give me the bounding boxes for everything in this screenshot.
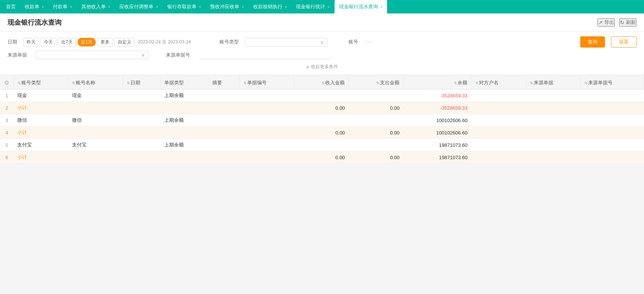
sort-icon[interactable]: ⇅ [72, 81, 75, 85]
table-row: 2 小计 0.00 0.00 -3528659.33 [0, 102, 644, 114]
cell-doc-no [239, 114, 294, 127]
close-icon[interactable]: × [199, 0, 201, 13]
cell-account-name [68, 151, 123, 164]
close-icon[interactable]: × [156, 0, 158, 13]
column-doc-no: ⇅单据编号 [239, 76, 294, 90]
source-doc-select[interactable]: ∨ [36, 51, 149, 59]
filter-row-1: 日期 昨天 今天 近7天 近1月 更多 自定义 2023-02-24 至 202… [8, 36, 636, 48]
settings-button[interactable]: 设置 [611, 36, 636, 48]
nav-receipt[interactable]: 收款单 × [20, 0, 48, 13]
sort-icon[interactable]: ⇅ [584, 81, 587, 85]
cell-account-name: 支付宝 [68, 139, 123, 151]
table-row: 4 小计 0.00 0.00 100102606.60 [0, 127, 644, 139]
page-title: 现金银行流水查询 [8, 18, 62, 27]
sort-icon[interactable]: ⇅ [454, 81, 457, 85]
cell-doc-no [239, 127, 294, 139]
close-icon[interactable]: × [42, 0, 44, 13]
date-more[interactable]: 更多 [97, 38, 113, 46]
sort-icon[interactable]: ⇅ [321, 81, 324, 85]
cell-source-doc-no [581, 139, 644, 151]
filter-row-2: 来源单据 ∨ 来源单据号 [8, 51, 636, 59]
query-button[interactable]: 查询 [580, 36, 605, 48]
cell-balance: 19871073.60 [403, 151, 471, 164]
date-custom[interactable]: 自定义 [114, 38, 135, 46]
close-icon[interactable]: × [108, 0, 110, 13]
cell-account-type: 支付宝 [14, 139, 68, 151]
row-number: 6 [0, 151, 14, 164]
table-row: 5 支付宝 支付宝 上期余额 19871073.60 [0, 139, 644, 151]
date-7days[interactable]: 近7天 [58, 38, 76, 46]
gear-icon[interactable]: ⚙ [4, 79, 9, 86]
nav-bank-deposit[interactable]: 银行存取款单 × [163, 0, 206, 13]
cell-doc-no [239, 102, 294, 114]
column-counterpart: ⇅对方户名 [471, 76, 526, 90]
close-icon[interactable]: × [327, 0, 330, 13]
cell-summary [209, 151, 240, 164]
date-filter-label: 日期 [8, 39, 17, 45]
row-number: 3 [0, 114, 14, 127]
collapse-bar[interactable]: ∧ 收起更多条件 [8, 62, 636, 72]
cell-account-name [68, 127, 123, 139]
nav-prepayment[interactable]: 预收冲应收单 × [206, 0, 248, 13]
close-icon[interactable]: × [380, 0, 383, 13]
collapse-arrow-icon: ∧ [306, 64, 309, 70]
refresh-button[interactable]: ↻ 刷新 [619, 18, 636, 27]
close-icon[interactable]: × [285, 0, 287, 13]
column-account-type: ⇅账号类型 [14, 76, 68, 90]
nav-collection[interactable]: 收款核销执行 × [249, 0, 291, 13]
sort-icon[interactable]: ⇅ [127, 81, 130, 85]
nav-bank-stats[interactable]: 现金银行统计 × [291, 0, 334, 13]
export-button[interactable]: ↗ 导出 [597, 18, 615, 27]
source-doc-no-input[interactable] [199, 51, 330, 59]
cell-source-doc [526, 139, 581, 151]
account-type-select[interactable]: ∨ [245, 38, 327, 46]
nav-payment[interactable]: 付款单 × [48, 0, 77, 13]
date-today[interactable]: 今天 [41, 38, 56, 46]
cell-account-type: 微信 [14, 114, 68, 127]
sort-icon[interactable]: ⇅ [376, 81, 379, 85]
page-header: 现金银行流水查询 ↗ 导出 ↻ 刷新 [0, 13, 644, 32]
sort-icon[interactable]: ⇅ [530, 81, 533, 85]
nav-home[interactable]: 首页 [2, 0, 20, 13]
date-options: 昨天 今天 近7天 近1月 更多 自定义 2023-02-24 至 2023-0… [23, 38, 191, 46]
cell-expense [349, 114, 404, 127]
sort-icon[interactable]: ⇅ [243, 81, 246, 85]
cell-expense: 0.00 [349, 127, 404, 139]
cell-doc-no [239, 90, 294, 102]
date-1month[interactable]: 近1月 [78, 38, 96, 46]
date-yesterday[interactable]: 昨天 [23, 38, 39, 46]
nav-adjustment[interactable]: 应收应付调整单 × [115, 0, 162, 13]
cell-date [123, 114, 160, 127]
cell-source-doc-no [581, 90, 644, 102]
account-type-label: 账号类型 [219, 39, 239, 45]
header-actions: ↗ 导出 ↻ 刷新 [597, 18, 636, 27]
cell-account-name: 微信 [68, 114, 123, 127]
cell-account-type: 小计 [14, 127, 68, 139]
cell-income: 0.00 [294, 151, 349, 164]
column-expense: ⇅支出金额 [349, 76, 404, 90]
close-icon[interactable]: × [70, 0, 72, 13]
nav-other-income[interactable]: 其他收入单 × [77, 0, 115, 13]
cell-doc-type [161, 102, 209, 114]
refresh-icon: ↻ [620, 19, 624, 25]
cell-source-doc [526, 90, 581, 102]
cell-expense: 0.00 [349, 102, 404, 114]
nav-bank-flow[interactable]: 现金银行流水查询 × [335, 0, 387, 13]
cell-source-doc [526, 127, 581, 139]
row-number: 5 [0, 139, 14, 151]
cell-expense [349, 139, 404, 151]
close-icon[interactable]: × [242, 0, 244, 13]
account-ellipsis[interactable]: ··· [366, 39, 373, 45]
cell-account-type: 小计 [14, 102, 68, 114]
cell-balance: -3528659.33 [403, 102, 471, 114]
top-navigation: 首页 收款单 × 付款单 × 其他收入单 × 应收应付调整单 × 银行存取款单 … [0, 0, 644, 13]
column-source-doc-no: ⇅来源单据号 [581, 76, 644, 90]
sort-icon[interactable]: ⇅ [475, 81, 478, 85]
column-balance: ⇅余额 [403, 76, 471, 90]
cell-source-doc-no [581, 114, 644, 127]
column-doc-type: 单据类型 [161, 76, 209, 90]
cell-date [123, 139, 160, 151]
sort-icon[interactable]: ⇅ [18, 81, 21, 85]
cell-account-name [68, 102, 123, 114]
column-income: ⇅收入金额 [294, 76, 349, 90]
